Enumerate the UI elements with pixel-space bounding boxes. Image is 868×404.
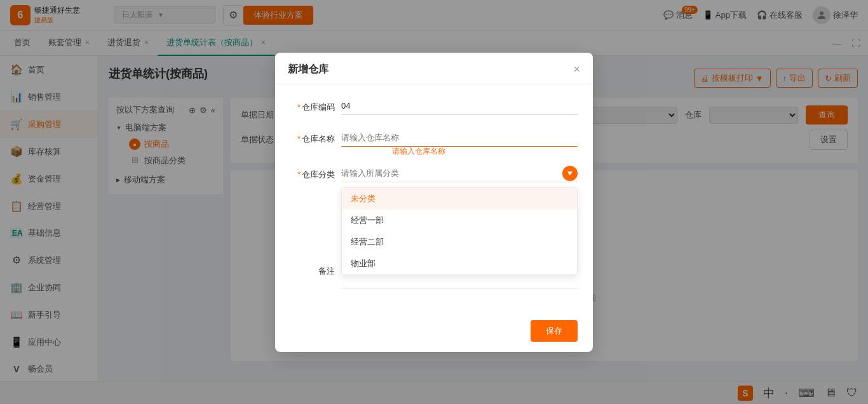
- code-input[interactable]: [341, 97, 578, 115]
- modal-header: 新增仓库 ×: [275, 53, 593, 84]
- category-input[interactable]: [341, 165, 578, 182]
- code-label: 仓库编码: [290, 97, 341, 118]
- category-label: 仓库分类: [290, 165, 341, 185]
- form-row-name: 仓库名称 请输入仓库名称: [290, 129, 578, 149]
- category-select-wrapper: [341, 165, 578, 182]
- form-row-code: 仓库编码: [290, 97, 578, 118]
- modal-close-button[interactable]: ×: [573, 63, 580, 76]
- save-button[interactable]: 保存: [531, 320, 578, 342]
- dropdown-item-property[interactable]: 物业部: [342, 253, 577, 274]
- modal-overlay[interactable]: 新增仓库 × 仓库编码 仓库名称 请输入仓库名称 仓库分类: [0, 0, 868, 404]
- modal-title: 新增仓库: [288, 63, 329, 76]
- category-dropdown: 未分类 经营一部 经营二部 物业部: [341, 187, 578, 275]
- note-label: 备注: [290, 261, 341, 281]
- modal-body: 仓库编码 仓库名称 请输入仓库名称 仓库分类: [275, 84, 593, 313]
- dropdown-item-dept1[interactable]: 经营一部: [342, 210, 577, 231]
- modal-footer: 保存: [275, 313, 593, 352]
- name-input[interactable]: [341, 129, 578, 147]
- dropdown-item-dept2[interactable]: 经营二部: [342, 231, 577, 253]
- form-row-category: 仓库分类 未分类 经营一部 经营二部 物业部: [290, 165, 578, 185]
- modal-add-warehouse: 新增仓库 × 仓库编码 仓库名称 请输入仓库名称 仓库分类: [275, 53, 593, 352]
- name-error-message: 请输入仓库名称: [392, 146, 445, 157]
- dropdown-item-unclassified[interactable]: 未分类: [342, 188, 577, 210]
- name-label: 仓库名称: [290, 129, 341, 149]
- category-arrow-icon[interactable]: [562, 166, 578, 181]
